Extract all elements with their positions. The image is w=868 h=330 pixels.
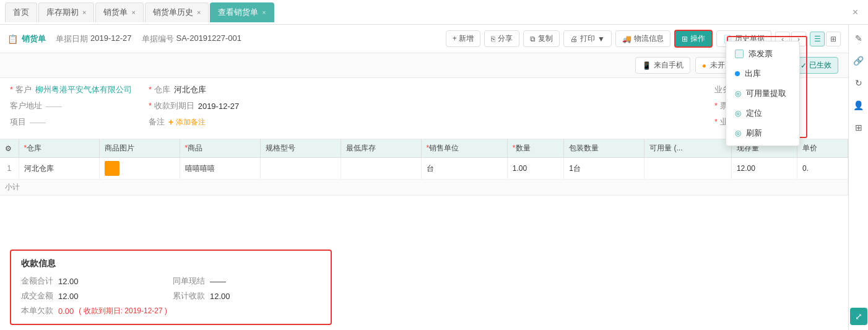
transaction-amount-item: 成交金额 12.00 <box>21 290 169 302</box>
print-dropdown-arrow: ▼ <box>597 35 605 43</box>
effective-label: 已生效 <box>809 60 831 71</box>
add-invoice-icon <box>735 50 744 58</box>
logistics-button[interactable]: 🚚 物流信息 <box>615 30 671 47</box>
effective-button[interactable]: ✓ 已生效 <box>794 57 838 74</box>
sales-order-icon: 📋 <box>7 34 18 44</box>
form-row-2: 客户地址 —— 收款到期日 2019-12-27 票据类型 不开票 <box>10 100 838 111</box>
row-product-image <box>99 158 180 180</box>
dropdown-locate[interactable]: ◎ 定位 <box>726 103 799 123</box>
current-due-label: 本单欠款 <box>21 305 53 316</box>
warehouse-label: 仓库 <box>149 84 170 95</box>
locate-icon: ◎ <box>735 109 741 118</box>
form-row-3: 项目 —— 备注 + 添加备注 业务员孟 —— <box>10 116 838 128</box>
tab-view-sales-close[interactable]: × <box>262 9 266 16</box>
operation-button[interactable]: ⊞ 操作 <box>674 30 713 48</box>
payment-info-box: 收款信息 金额合计 12.00 同单现结 —— 成交金额 12.00 累计收款 … <box>10 250 332 325</box>
doc-date-value: 2019-12-27 <box>90 33 132 45</box>
doc-header: 📋 销货单 单据日期 2019-12-27 单据编号 SA-20191227-0… <box>0 25 848 53</box>
table-header-row: ⚙ *仓库 商品图片 *商品 规格型号 最低库存 *销售单位 *数量 包装数量 … <box>0 139 848 158</box>
due-note: ( 收款到期日: 2019-12-27 ) <box>79 306 167 316</box>
doc-number-label: 单据编号 <box>142 33 174 45</box>
col-settings[interactable]: ⚙ <box>0 139 19 158</box>
tab-inventory-close[interactable]: × <box>82 9 86 16</box>
share-button[interactable]: ⎘ 分享 <box>484 30 519 47</box>
subtotal-row: 小计 <box>0 180 848 196</box>
view-toggle: ☰ ⊞ <box>810 32 841 46</box>
refresh-icon: ◎ <box>735 129 741 137</box>
sidebar-expand-icon[interactable]: ⤢ <box>850 308 867 325</box>
logistics-icon: 🚚 <box>622 35 631 43</box>
operation-button-label: 操作 <box>690 33 705 44</box>
from-phone-button[interactable]: 📱 来自手机 <box>635 57 690 74</box>
tab-sales-order[interactable]: 销货单 × <box>95 2 143 22</box>
col-product: *商品 <box>180 139 260 158</box>
subtotal-label: 小计 <box>0 180 848 196</box>
outbound-label: 出库 <box>745 68 761 79</box>
add-note-label: 添加备注 <box>176 117 206 128</box>
col-available: 可用量 (... <box>644 139 732 158</box>
tab-inventory-init[interactable]: 库存期初 × <box>38 2 94 22</box>
sidebar-grid-icon[interactable]: ⊞ <box>850 119 867 136</box>
print-button[interactable]: 🖨 打印 ▼ <box>563 30 612 47</box>
col-product-image: 商品图片 <box>99 139 180 158</box>
tab-sales-history[interactable]: 销货单历史 × <box>145 2 209 22</box>
col-min-stock: 最低库存 <box>341 139 421 158</box>
form-area: 客户 柳州粤港平安气体有限公司 仓库 河北仓库 业务员 演示账号 客户地址 —— <box>0 78 848 139</box>
row-quantity: 1.00 <box>507 158 563 180</box>
doc-date-field: 单据日期 2019-12-27 <box>56 33 132 45</box>
warehouse-field: 仓库 河北仓库 <box>149 84 272 95</box>
action-row: 📱 来自手机 未开票 ✓ 已核销 ✓ 已生效 <box>0 53 848 78</box>
project-value: —— <box>30 118 46 127</box>
add-note-button[interactable]: + 添加备注 <box>168 117 206 128</box>
col-spec: 规格型号 <box>260 139 341 158</box>
customer-value[interactable]: 柳州粤港平安气体有限公司 <box>35 84 132 95</box>
tab-view-sales[interactable]: 查看销货单 × <box>210 2 274 22</box>
tab-home[interactable]: 首页 <box>5 2 37 22</box>
dropdown-add-invoice[interactable]: 添发票 <box>726 44 799 64</box>
copy-button[interactable]: ⧉ 复制 <box>523 30 560 47</box>
window-close-button[interactable]: × <box>848 4 863 20</box>
sidebar-user-icon[interactable]: 👤 <box>850 97 867 114</box>
transaction-amount-label: 成交金额 <box>21 290 53 302</box>
due-date-value: 2019-12-27 <box>198 102 240 111</box>
row-spec <box>260 158 341 180</box>
amount-total-label: 金额合计 <box>21 276 53 287</box>
tab-home-label: 首页 <box>13 7 29 18</box>
doc-type-label: 销货单 <box>22 33 46 45</box>
row-available <box>644 158 732 180</box>
tab-sales-order-close[interactable]: × <box>131 9 135 16</box>
address-field: 客户地址 —— <box>10 100 134 111</box>
available-qty-label: 可用量提取 <box>746 88 786 99</box>
sidebar-link-icon[interactable]: 🔗 <box>850 52 867 69</box>
row-product: 嘻嘻嘻嘻 <box>180 158 260 180</box>
sidebar-edit-icon[interactable]: ✎ <box>850 30 867 47</box>
dropdown-available-qty[interactable]: ◎ 可用量提取 <box>726 84 799 103</box>
col-pack-qty: 包装数量 <box>564 139 644 158</box>
doc-title: 📋 销货单 <box>7 33 46 45</box>
row-current-stock: 12.00 <box>731 158 797 180</box>
same-order-value: —— <box>210 277 226 286</box>
new-button[interactable]: + 新增 <box>446 30 480 47</box>
tab-sales-history-close[interactable]: × <box>197 9 201 16</box>
row-pack-qty: 1台 <box>564 158 644 180</box>
amount-total-value: 12.00 <box>58 277 79 286</box>
add-invoice-label: 添发票 <box>749 48 773 59</box>
product-table: ⚙ *仓库 商品图片 *商品 规格型号 最低库存 *销售单位 *数量 包装数量 … <box>0 139 848 196</box>
transaction-amount-value: 12.00 <box>58 292 79 301</box>
doc-date-label: 单据日期 <box>56 33 88 45</box>
list-view-btn[interactable]: ☰ <box>810 32 825 46</box>
col-sales-unit: *销售单位 <box>421 139 507 158</box>
sidebar-refresh-icon[interactable]: ↻ <box>850 74 867 92</box>
row-number: 1 <box>0 158 19 180</box>
row-sales-unit: 台 <box>421 158 507 180</box>
available-qty-icon: ◎ <box>735 89 741 98</box>
share-icon: ⎘ <box>491 35 495 43</box>
dropdown-refresh[interactable]: ◎ 刷新 <box>726 123 799 143</box>
grid-view-btn[interactable]: ⊞ <box>826 32 841 46</box>
main-content: 📋 销货单 单据日期 2019-12-27 单据编号 SA-20191227-0… <box>0 25 848 330</box>
dropdown-outbound[interactable]: 出库 <box>726 64 799 84</box>
note-label: 备注 <box>149 116 165 128</box>
note-field: 备注 + 添加备注 <box>149 116 272 128</box>
row-min-stock <box>341 158 421 180</box>
col-warehouse: *仓库 <box>19 139 99 158</box>
